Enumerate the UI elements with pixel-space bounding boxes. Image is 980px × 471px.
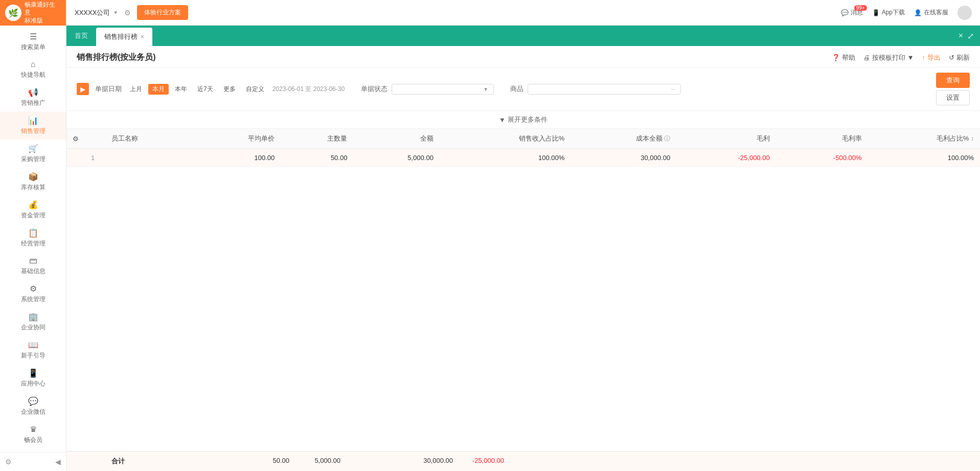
th-avg-price: 平均单价 <box>193 129 281 149</box>
profit-pct-sort-icon[interactable]: ↕ <box>971 135 974 142</box>
company-selector[interactable]: XXXXX公司 ▼ <box>75 8 118 17</box>
sidebar-item-label: 搜索菜单 <box>21 43 45 52</box>
tab-home[interactable]: 首页 <box>66 26 96 46</box>
header-settings-icon[interactable]: ⚙ <box>124 9 131 17</box>
footer-amount: 5,000.00 <box>295 457 347 466</box>
date-range: 2023-06-01 至 2023-06-30 <box>272 85 345 94</box>
window-max-btn[interactable]: ⤢ <box>967 31 974 41</box>
sidebar-item-inventory[interactable]: 📦 库存核算 <box>0 168 66 196</box>
date-tab-this-month[interactable]: 本月 <box>148 84 169 95</box>
print-dropdown-arrow: ▼ <box>907 54 914 61</box>
status-select-arrow: ▼ <box>483 86 488 92</box>
filter-toggle-btn[interactable]: ▶ <box>77 83 89 95</box>
trial-btn[interactable]: 体验行业方案 <box>137 5 188 20</box>
profit-rate-label: 毛利率 <box>842 134 862 142</box>
td-profit: -25,000.00 <box>676 149 776 167</box>
online-service-action[interactable]: 👤 在线客服 <box>914 8 948 17</box>
table-body: 1 100.00 50.00 <box>66 149 980 167</box>
status-select[interactable]: ▼ <box>392 84 494 95</box>
user-avatar[interactable] <box>958 6 972 20</box>
export-label: 导出 <box>927 53 941 62</box>
purchase-icon: 🛒 <box>28 144 38 153</box>
app-download-action[interactable]: 📱 App下载 <box>872 8 905 17</box>
corp-icon: 🏢 <box>28 312 38 322</box>
filter-settings-btn[interactable]: 设置 <box>936 90 970 105</box>
date-tab-this-year[interactable]: 本年 <box>171 84 191 95</box>
date-tab-7days[interactable]: 近7天 <box>193 84 217 95</box>
help-btn[interactable]: ❓ 帮助 <box>832 53 855 62</box>
sidebar-item-label: 企业微信 <box>21 408 45 416</box>
sidebar-item-sales[interactable]: 📊 销售管理 <box>0 111 66 140</box>
profit-label: 毛利 <box>757 134 770 142</box>
ops-icon: 📋 <box>28 228 38 238</box>
sidebar-item-label: 库存核算 <box>21 183 45 192</box>
footer-profit-rate <box>510 457 561 466</box>
sidebar-item-guide[interactable]: 📖 新手引导 <box>0 336 66 364</box>
th-profit-pct: 毛利占比% ↕ <box>868 129 980 149</box>
footer-cost: 30,000.00 <box>398 457 459 466</box>
sidebar-nav: ☰ 搜索菜单 ⌂ 快捷导航 📢 营销推广 📊 销售管理 🛒 采购管理 📦 库存核… <box>0 26 66 452</box>
goods-select-arrow: ··· <box>671 86 675 92</box>
tab-sales-ranking[interactable]: 销售排行榜 × <box>96 28 152 46</box>
sidebar-item-search[interactable]: ☰ 搜索菜单 <box>0 28 66 56</box>
tab-close-icon[interactable]: × <box>141 33 144 40</box>
query-btn[interactable]: 查询 <box>936 73 970 88</box>
print-btn[interactable]: 🖨 按模板打印 ▼ <box>863 53 914 62</box>
status-filter-group: 单据状态 ▼ <box>361 84 494 95</box>
sidebar: 🌿 畅康通好生意 标准版 ☰ 搜索菜单 ⌂ 快捷导航 📢 营销推广 📊 销售管理… <box>0 0 66 471</box>
top-header-right: 💬 消息 99+ 📱 App下载 👤 在线客服 <box>841 6 972 20</box>
sidebar-item-purchase[interactable]: 🛒 采购管理 <box>0 140 66 168</box>
td-avg-price: 100.00 <box>193 149 281 167</box>
sales-ranking-table: ⚙ 员工名称 平均单价 主数量 <box>66 129 980 167</box>
td-employee-name <box>105 149 193 167</box>
sidebar-item-base[interactable]: 🗃 基础信息 <box>0 252 66 280</box>
th-profit: 毛利 <box>676 129 776 149</box>
date-tab-more[interactable]: 更多 <box>219 84 240 95</box>
sidebar-item-marketing[interactable]: 📢 营销推广 <box>0 83 66 111</box>
expand-filter-btn[interactable]: ▼ 展开更多条件 <box>66 111 980 129</box>
cost-label: 成本全额 <box>636 134 663 142</box>
td-rank: 1 <box>85 149 105 167</box>
goods-select[interactable]: ··· <box>528 84 681 95</box>
sidebar-item-member[interactable]: ♛ 畅会员 <box>0 420 66 448</box>
th-employee-name: 员工名称 <box>105 129 193 149</box>
th-settings[interactable]: ⚙ <box>66 129 85 149</box>
footer-settings-btn[interactable]: ⚙ <box>5 458 12 466</box>
date-tab-custom[interactable]: 自定义 <box>242 84 268 95</box>
sidebar-item-corp[interactable]: 🏢 企业协同 <box>0 308 66 336</box>
goods-filter-group: 商品 ··· <box>510 84 681 95</box>
inventory-icon: 📦 <box>28 172 38 182</box>
refresh-icon: ↺ <box>949 54 954 61</box>
sidebar-item-appstore[interactable]: 📱 应用中心 <box>0 364 66 392</box>
th-profit-rate: 毛利率 <box>776 129 868 149</box>
date-filter-group: 单据日期 上月 本月 本年 近7天 更多 自定义 2023-06-01 至 20… <box>95 84 345 95</box>
guide-icon: 📖 <box>28 340 38 350</box>
window-close-btn[interactable]: × <box>959 31 963 40</box>
date-tab-last-month[interactable]: 上月 <box>126 84 146 95</box>
export-btn[interactable]: ↑ 导出 <box>922 53 941 62</box>
appstore-icon: 📱 <box>28 368 38 378</box>
date-filter-label: 单据日期 <box>95 84 122 94</box>
member-icon: ♛ <box>30 424 37 434</box>
quantity-label: 主数量 <box>327 134 347 142</box>
refresh-btn[interactable]: ↺ 刷新 <box>949 53 970 62</box>
logo-text: 畅康通好生意 标准版 <box>25 1 61 25</box>
sidebar-item-label: 系统管理 <box>21 295 45 304</box>
sidebar-item-finance[interactable]: 💰 资金管理 <box>0 196 66 224</box>
table-row: 1 100.00 50.00 <box>66 149 980 167</box>
footer-collapse-btn[interactable]: ◀ <box>55 458 61 466</box>
finance-icon: 💰 <box>28 200 38 210</box>
cost-info-icon[interactable]: ⓘ <box>664 135 670 142</box>
sidebar-item-ops[interactable]: 📋 经营管理 <box>0 224 66 252</box>
export-icon: ↑ <box>922 54 926 61</box>
sidebar-item-quick-nav[interactable]: ⌂ 快捷导航 <box>0 56 66 83</box>
sales-icon: 📊 <box>28 116 38 125</box>
filter-bar: ▶ 单据日期 上月 本月 本年 近7天 更多 自定义 2023-06-01 至 … <box>66 68 980 111</box>
sidebar-item-system[interactable]: ⚙ 系统管理 <box>0 280 66 308</box>
sidebar-item-wechat[interactable]: 💬 企业微信 <box>0 392 66 420</box>
page: 销售排行榜(按业务员) ❓ 帮助 🖨 按模板打印 ▼ ↑ 导出 <box>66 46 980 471</box>
footer-quantity: 50.00 <box>255 457 295 466</box>
message-action[interactable]: 💬 消息 99+ <box>841 8 863 17</box>
sidebar-item-label: 资金管理 <box>21 211 45 220</box>
sidebar-item-label: 营销推广 <box>21 99 45 107</box>
